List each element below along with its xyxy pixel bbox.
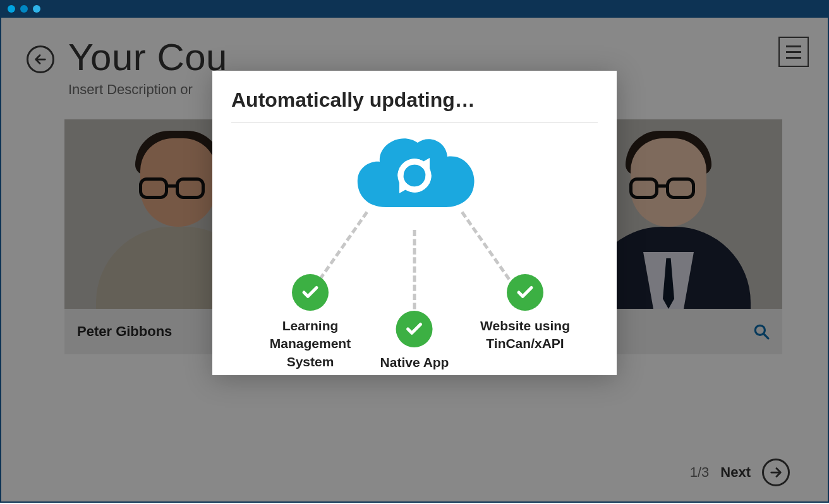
window-dot [8,5,15,13]
sync-target-xapi: Website using TinCan/xAPI [468,274,582,353]
sync-target-label: Website using TinCan/xAPI [468,317,582,353]
window-dot [20,5,28,13]
connector-line [413,230,416,318]
app-frame: Your Cou Insert Description or Peter Gib… [0,18,829,503]
cloud-sync-icon [351,131,478,220]
divider [231,122,598,123]
sync-target-lms: Learning Management System [253,274,367,371]
updating-modal: Automatically updating… Learning Mana [212,71,617,375]
checkmark-icon [507,274,543,311]
sync-target-label: Learning Management System [253,317,367,371]
window-title-bar [0,0,829,18]
sync-target-label: Native App [380,354,449,371]
connector-line [318,211,368,280]
window-dot [33,5,40,13]
sync-diagram: Learning Management System Native App We… [231,135,598,350]
sync-target-native-app: Native App [380,311,449,371]
checkmark-icon [292,274,329,311]
modal-title: Automatically updating… [231,88,598,112]
connector-line [461,211,511,280]
checkmark-icon [396,311,433,347]
